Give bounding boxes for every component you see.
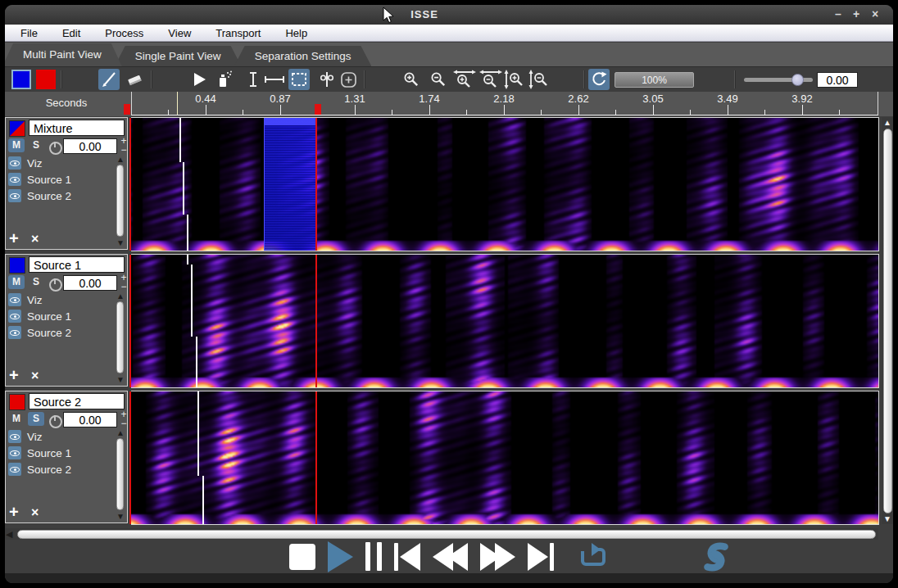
minimize-button[interactable]: – [831,5,846,25]
track-title-input[interactable]: Source 1 [29,256,125,273]
close-button[interactable]: × [868,5,882,25]
add-layer-button[interactable]: + [9,366,19,385]
loop-button[interactable] [578,542,609,572]
spray-tool[interactable] [213,69,234,90]
visibility-eye-icon[interactable] [8,173,21,186]
tab-separation-settings[interactable]: Separation Settings [234,46,372,66]
time-value-input[interactable]: 0.00 [817,72,858,88]
vertical-scrollbar[interactable]: ▲ ▼ [882,117,893,524]
rewind-button[interactable] [433,543,468,571]
fast-forward-button[interactable] [480,543,515,571]
visibility-eye-icon[interactable] [8,310,21,323]
zoom-out-horizontal-icon[interactable] [478,69,503,90]
ruler-minor-tick [690,110,691,115]
remove-layer-button[interactable]: × [31,232,39,247]
mute-button[interactable]: M [8,412,25,426]
frequency-selection-tool[interactable] [264,69,285,90]
solo-button[interactable]: S [28,412,44,426]
skip-to-end-button[interactable] [528,543,554,571]
pause-button[interactable] [365,542,382,571]
skip-to-start-button[interactable] [394,543,420,571]
tab-single-paint-view[interactable]: Single Paint View [115,46,242,66]
scrollbar-thumb[interactable] [116,301,124,373]
zoom-out-vertical-icon[interactable] [528,69,551,90]
gain-knob-icon[interactable] [49,415,62,428]
layer-scrollbar[interactable]: ▲▼ [114,156,126,247]
red-color-swatch[interactable] [36,70,56,89]
add-region-tool[interactable] [338,69,359,90]
gain-knob-icon[interactable] [49,278,62,292]
menu-view[interactable]: View [168,27,191,39]
mute-button[interactable]: M [8,275,25,289]
menu-file[interactable]: File [20,27,38,39]
rectangle-selection-tool[interactable] [288,69,310,90]
eraser-tool[interactable] [125,69,146,90]
remove-layer-button[interactable]: × [31,369,39,383]
gain-value-input[interactable]: 0.00 [63,275,117,291]
layer-scrollbar[interactable]: ▲▼ [114,429,126,521]
add-layer-button[interactable]: + [9,503,19,522]
scrollbar-thumb[interactable] [17,530,876,539]
play-button[interactable] [328,541,353,572]
slider-thumb[interactable] [791,74,804,86]
stop-button[interactable] [289,544,315,570]
title-bar[interactable]: ISSE – + × [5,5,893,25]
visibility-eye-icon[interactable] [8,293,21,306]
retrain-loop-button[interactable] [588,69,610,90]
solo-button[interactable]: S [28,138,44,152]
zoom-in-icon[interactable] [400,69,421,90]
ruler-tick-label: 1.31 [335,93,374,105]
volume-slider[interactable] [744,78,813,82]
time-selection-tool[interactable] [243,69,264,90]
blue-color-swatch[interactable] [11,70,31,89]
tab-multi-paint-view[interactable]: Multi Paint View [5,43,122,66]
track-row-source-2: Source 2 M S 0.00 + − Viz Source 1 Sourc… [5,391,893,523]
gain-decrement-button[interactable]: − [120,283,128,291]
visibility-eye-icon[interactable] [8,189,21,202]
playhead-line-segment [197,391,199,476]
track-color-swatch[interactable] [9,120,25,137]
menu-transport[interactable]: Transport [215,27,261,39]
remove-layer-button[interactable]: × [31,505,39,520]
horizontal-scrollbar[interactable]: ◀ [5,528,878,540]
ruler-tick-label: 2.18 [484,93,524,105]
track-color-swatch[interactable] [9,257,25,274]
scrollbar-thumb[interactable] [116,438,124,510]
drop-line-tool[interactable] [316,69,338,90]
gain-value-input[interactable]: 0.00 [63,412,117,427]
zoom-in-horizontal-icon[interactable] [452,69,477,90]
spectrogram-canvas[interactable] [131,391,878,524]
playhead-line-segment [196,337,197,387]
mute-button[interactable]: M [8,138,25,152]
visibility-eye-icon[interactable] [8,463,21,476]
track-title-input[interactable]: Mixture [29,120,125,136]
track-color-swatch[interactable] [9,394,25,410]
brush-tool[interactable] [98,69,120,90]
gain-decrement-button[interactable]: − [120,146,128,154]
solo-button[interactable]: S [28,275,44,289]
zoom-in-vertical-icon[interactable] [503,69,526,90]
gain-knob-icon[interactable] [49,142,62,155]
visibility-eye-icon[interactable] [8,430,21,443]
tab-bar: Multi Paint View Single Paint View Separ… [5,43,893,66]
spectrogram-canvas[interactable] [131,255,878,387]
menu-help[interactable]: Help [285,27,307,39]
spectrogram-canvas[interactable] [131,118,878,251]
play-cursor-tool[interactable] [188,69,210,90]
gain-value-input[interactable]: 0.00 [63,138,117,154]
maximize-button[interactable]: + [849,5,864,25]
visibility-eye-icon[interactable] [8,446,21,459]
zoom-out-icon[interactable] [427,69,448,90]
scrollbar-thumb[interactable] [883,129,892,513]
time-ruler[interactable]: 0.440.871.311.742.182.623.053.493.92 [131,92,878,115]
visibility-eye-icon[interactable] [8,326,21,339]
track-title-input[interactable]: Source 2 [29,393,125,409]
scrollbar-thumb[interactable] [116,165,124,237]
menu-edit[interactable]: Edit [62,27,80,39]
visibility-eye-icon[interactable] [8,156,21,170]
gain-decrement-button[interactable]: − [120,419,128,427]
layer-scrollbar[interactable]: ▲▼ [114,292,126,384]
add-layer-button[interactable]: + [9,229,19,248]
menu-process[interactable]: Process [105,27,143,39]
selection-marker-line [315,255,317,387]
